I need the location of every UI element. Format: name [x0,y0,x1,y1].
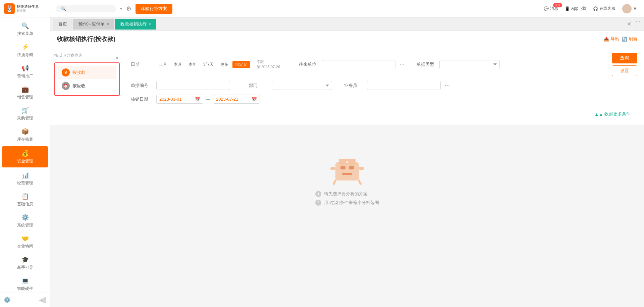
chevron-down-icon[interactable]: ▾ [120,6,122,11]
staff-label: 业务员 [344,83,364,89]
date-tab-this-year[interactable]: 本年 [186,61,199,68]
page-content: 收款核销执行(按收款) 📤 导出 🔄 刷新 按以下方案查询 » [50,31,644,307]
doc-type-select[interactable] [439,60,500,69]
svg-rect-4 [349,166,354,169]
date-tab-this-month[interactable]: 本月 [171,61,184,68]
quick-nav-icon: ⚡ [21,43,29,51]
date-tab-7days[interactable]: 近7天 [201,61,216,68]
empty-tip-1: 1 请先选择要分析的方案 [315,191,379,197]
svg-rect-6 [330,167,335,170]
app-download-btn[interactable]: 📱 App下载 [565,6,586,11]
message-btn[interactable]: 💬 消息 99+ [544,6,558,11]
by-receipt-label: 按收款 [72,69,86,75]
svg-line-8 [334,181,335,184]
sidebar-item-sales-label: 销售管理 [17,94,33,100]
staff-dots[interactable]: ··· [445,82,450,89]
sales-icon: 💼 [21,86,29,93]
sidebar-item-base-info[interactable]: 📋 基础信息 [0,189,50,210]
hardware-icon: 💻 [21,277,29,285]
sidebar-item-quick-nav[interactable]: ⚡ 快捷导航 [0,40,50,61]
tab-receipt-verify-label: 收款核销执行 [120,21,147,27]
svg-line-9 [359,181,361,184]
svg-rect-7 [359,167,364,170]
date-tabs: 上月 本月 本年 近7天 更多 自定义 [156,61,250,68]
filter-row-1: 日期 上月 本月 本年 近7天 更多 自定义 不限 至 2023-07-26 [131,53,637,76]
filter-option-by-receivable[interactable]: ⏰ 按应收 [58,79,116,93]
sidebar-item-hardware[interactable]: 💻 智能硬件 [0,274,50,293]
gear-icon[interactable]: ⚙ [126,5,131,12]
logo-name: 畅捷通好生意 [17,4,39,9]
refresh-icon: 🔄 [622,37,627,42]
sidebar-item-base-info-label: 基础信息 [17,201,33,207]
staff-input[interactable] [367,81,441,90]
page-header: 收款核销执行(按收款) 📤 导出 🔄 刷新 [50,31,644,47]
filter-left-title: 按以下方案查询 [54,53,83,58]
sidebar-item-inventory[interactable]: 📦 库存核算 [0,124,50,146]
filter-right-panel: 日期 上月 本月 本年 近7天 更多 自定义 不限 至 2023-07-26 [124,47,644,125]
logo-icon: 🐰 [4,3,15,14]
verify-date-range: 2023-03-01 📅 — 2023-07-21 📅 [156,95,260,104]
message-badge: 99+ [553,3,562,7]
counterpart-input[interactable] [322,60,395,69]
expand-tab-icon[interactable]: ⛶ [635,20,641,28]
tab-prepay[interactable]: 预付冲应付单 × [73,19,114,30]
query-button[interactable]: 查询 [612,53,637,63]
service-label: 在线客服 [599,6,615,11]
sidebar-item-system[interactable]: ⚙️ 系统管理 [0,210,50,232]
user-area[interactable]: Rit [622,4,639,13]
empty-tip-2: 2 用[过滤]条件来缩小分析范围 [315,200,379,206]
filter-row-3: 核销日期 2023-03-01 📅 — 2023-07-21 📅 [131,95,637,104]
sidebar-item-search[interactable]: 🔍 搜索菜单 [0,19,50,40]
sidebar-item-management[interactable]: 📊 经营管理 [0,168,50,189]
sidebar-item-collab[interactable]: 🤝 企业协同 [0,232,50,253]
industry-btn[interactable]: 休验行业方案 [136,4,172,14]
online-service-btn[interactable]: 🎧 在线客服 [593,6,615,11]
tab-prepay-close[interactable]: × [107,22,109,27]
sidebar-item-newbie[interactable]: 🎓 新手引导 [0,253,50,274]
export-button[interactable]: 📤 导出 [604,36,619,42]
filter-left-panel: 按以下方案查询 » ¥ 按收款 ⏰ 按应收 [50,47,124,125]
topbar: 🔍 ▾ ⚙ 休验行业方案 💬 消息 99+ 📱 App下载 🎧 在线客服 Rit [50,0,644,17]
collapse-sidebar-icon[interactable]: ◀‖ [39,296,47,304]
verify-date-start-input[interactable]: 2023-03-01 📅 [156,95,203,104]
management-icon: 📊 [21,171,29,179]
system-icon: ⚙️ [21,214,29,221]
collapse-conditions-button[interactable]: ▲▲ 收起更多条件 [594,111,631,117]
filter-options-box: ¥ 按收款 ⏰ 按应收 [54,62,120,96]
logo-badge: 标准版 [17,9,39,13]
sidebar-item-sales[interactable]: 💼 销售管理 [0,82,50,103]
tip-number-2: 2 [315,200,321,206]
setting-button[interactable]: 设置 [612,65,637,76]
verify-date-end-input[interactable]: 2023-07-21 📅 [213,95,260,104]
sidebar-item-finance[interactable]: 💰 资金管理 [2,146,48,167]
calendar-start-icon: 📅 [195,97,200,102]
avatar [622,4,632,13]
empty-illustration [327,152,367,186]
filter-option-by-receipt[interactable]: ¥ 按收款 [58,66,116,79]
collapse-left-panel-btn[interactable]: » [114,53,120,62]
tabbar: 首页 预付冲应付单 × 收款核销执行 × ✕ ⛶ [50,17,644,31]
sidebar-item-newbie-label: 新手引导 [17,265,33,270]
dept-select[interactable] [272,81,332,90]
verify-date-label: 核销日期 [131,96,151,102]
doc-num-input[interactable] [156,81,230,90]
sidebar-item-purchase[interactable]: 🛒 采购管理 [0,103,50,124]
tip-text-1: 请先选择要分析的方案 [324,191,368,197]
close-tab-icon[interactable]: ✕ [626,20,632,28]
search-box[interactable]: 🔍 [56,5,116,12]
page-title: 收款核销执行(按收款) [57,35,115,47]
sidebar-item-marketing[interactable]: 📢 营销推广 [0,61,50,82]
refresh-button[interactable]: 🔄 刷新 [622,36,637,42]
date-tab-last-month[interactable]: 上月 [156,61,170,68]
tip-number-1: 1 [315,191,321,197]
sidebar-bottom: ⚙️ ◀‖ [0,293,50,307]
date-tab-more[interactable]: 更多 [218,61,231,68]
settings-icon[interactable]: ⚙️ [3,296,11,304]
filter-row-2: 单据编号 部门 业务员 ··· [131,81,637,90]
tab-receipt-verify[interactable]: 收款核销执行 × [115,19,156,30]
counterpart-dots[interactable]: ··· [399,61,405,68]
header-actions: 📤 导出 🔄 刷新 [604,36,637,46]
tab-receipt-verify-close[interactable]: × [149,22,151,27]
date-tab-custom[interactable]: 自定义 [232,61,250,68]
tab-home[interactable]: 首页 [53,19,72,30]
